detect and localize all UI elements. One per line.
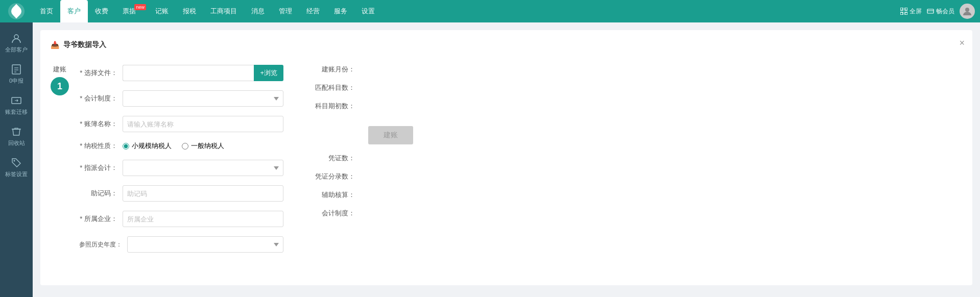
memo-label: 助记码： <box>79 189 117 198</box>
avatar[interactable] <box>960 4 975 19</box>
close-button[interactable]: × <box>959 38 965 48</box>
form-fields: * 选择文件： +浏览 * 会计制度： <box>79 65 283 262</box>
logo[interactable] <box>5 0 28 22</box>
voucher-entries-row: 凭证分录数： <box>314 172 467 181</box>
tax-option2-radio[interactable] <box>182 143 188 150</box>
svg-rect-8 <box>12 65 20 74</box>
accounting-system-row: * 会计制度： <box>79 90 283 107</box>
fullscreen-btn[interactable]: 全屏 <box>900 7 922 16</box>
file-input-group: +浏览 <box>123 65 283 81</box>
sidebar-item-account-migration[interactable]: 账套迁移 <box>0 90 33 121</box>
form-layout: 建账 1 * 选择文件： +浏览 <box>51 65 962 262</box>
vip-btn[interactable]: 畅会员 <box>927 7 954 16</box>
aux-accounting-label: 辅助核算： <box>314 190 355 200</box>
voucher-count-label: 凭证数： <box>314 154 355 163</box>
voucher-entries-label: 凭证分录数： <box>314 172 355 181</box>
nav-settings[interactable]: 设置 <box>354 0 382 22</box>
accounting-system2-row: 会计制度： <box>314 209 467 218</box>
tax-type-row: * 纳税性质： 小规模纳税人 一般纳税人 <box>79 141 283 151</box>
nav-service[interactable]: 服务 <box>327 0 354 22</box>
ledger-name-label: * 账簿名称： <box>79 119 117 129</box>
history-year-label: 参照历史年度： <box>79 240 122 249</box>
build-account-button[interactable]: 建账 <box>368 126 413 144</box>
content-area: 📥 导爷数据导入 × 建账 1 * 选择文件： <box>33 22 980 297</box>
sidebar-item-declaration[interactable]: 0申报 <box>0 59 33 90</box>
nav-invoice[interactable]: 票据 new <box>115 0 148 22</box>
nav-tax[interactable]: 报税 <box>176 0 203 22</box>
account-migration-icon <box>11 95 22 106</box>
dialog-title: 导爷数据导入 <box>63 40 106 50</box>
tax-type-radio-group: 小规模纳税人 一般纳税人 <box>123 141 283 151</box>
match-subjects-row: 匹配科目数： <box>314 83 467 92</box>
aux-accounting-row: 辅助核算： <box>314 190 467 200</box>
company-input[interactable] <box>123 211 283 227</box>
nav-home[interactable]: 首页 <box>33 0 60 22</box>
subject-init-row: 科目期初数： <box>314 102 467 111</box>
tax-type-label: * 纳税性质： <box>79 141 117 151</box>
file-label: * 选择文件： <box>79 68 117 78</box>
match-subjects-label: 匹配科目数： <box>314 83 355 92</box>
top-nav: 首页 客户 收费 票据 new 记账 报税 工商项目 消息 管理 经营 <box>0 0 980 22</box>
nav-items: 首页 客户 收费 票据 new 记账 报税 工商项目 消息 管理 经营 <box>33 0 900 22</box>
company-row: * 所属企业： <box>79 211 283 227</box>
sidebar-item-all-clients[interactable]: 全部客户 <box>0 28 33 59</box>
svg-rect-0 <box>900 8 903 10</box>
tax-option1-radio[interactable] <box>123 143 129 150</box>
dialog-card: 📥 导爷数据导入 × 建账 1 * 选择文件： <box>40 30 972 285</box>
svg-point-7 <box>14 35 18 39</box>
nav-customer[interactable]: 客户 <box>60 0 88 22</box>
tax-option2-text: 一般纳税人 <box>191 141 224 151</box>
fullscreen-icon <box>900 8 907 15</box>
history-year-row: 参照历史年度： <box>79 236 283 253</box>
browse-button[interactable]: +浏览 <box>254 65 283 81</box>
nav-finance[interactable]: 经营 <box>299 0 327 22</box>
step-badge: 1 <box>51 77 69 95</box>
svg-rect-2 <box>900 12 903 15</box>
nav-billing[interactable]: 收费 <box>88 0 115 22</box>
tax-option2-label[interactable]: 一般纳税人 <box>182 141 224 151</box>
tax-option1-label[interactable]: 小规模纳税人 <box>123 141 172 151</box>
accounting-system2-label: 会计制度： <box>314 209 355 218</box>
voucher-count-row: 凭证数： <box>314 154 467 163</box>
svg-rect-1 <box>905 8 907 10</box>
nav-message[interactable]: 消息 <box>244 0 272 22</box>
company-label: * 所属企业： <box>79 214 117 224</box>
dialog-title-icon: 📥 <box>51 41 59 49</box>
accountant-row: * 指派会计： <box>79 160 283 176</box>
accounting-system-select[interactable] <box>123 90 283 107</box>
recycle-icon <box>11 126 22 137</box>
declaration-icon <box>11 64 22 75</box>
form-right: 建账月份： 匹配科目数： 科目期初数： 建账 凭证 <box>314 65 467 262</box>
build-month-row: 建账月份： <box>314 65 467 74</box>
nav-right: 全屏 畅会员 <box>900 4 980 19</box>
file-row: * 选择文件： +浏览 <box>79 65 283 81</box>
ledger-name-input[interactable] <box>123 116 283 132</box>
sidebar: 全部客户 0申报 账套迁移 <box>0 22 33 297</box>
build-btn-container: 建账 <box>314 121 467 144</box>
file-text-input[interactable] <box>123 65 254 81</box>
vip-icon <box>927 8 934 15</box>
nav-ledger[interactable]: 记账 <box>148 0 176 22</box>
sidebar-item-tag-settings[interactable]: 标签设置 <box>0 152 33 183</box>
tax-option1-text: 小规模纳税人 <box>132 141 172 151</box>
tag-settings-icon <box>11 157 22 168</box>
main-layout: 全部客户 0申报 账套迁移 <box>0 22 980 297</box>
build-month-label: 建账月份： <box>314 65 355 74</box>
sidebar-item-recycle[interactable]: 回收站 <box>0 121 33 152</box>
subject-init-label: 科目期初数： <box>314 102 355 111</box>
history-year-select[interactable] <box>127 236 283 253</box>
svg-point-14 <box>14 160 15 162</box>
dialog-header: 📥 导爷数据导入 <box>51 40 962 50</box>
memo-input[interactable] <box>123 185 283 202</box>
nav-manage[interactable]: 管理 <box>272 0 299 22</box>
accountant-label: * 指派会计： <box>79 163 117 172</box>
all-clients-icon <box>11 33 22 44</box>
nav-business[interactable]: 工商项目 <box>203 0 244 22</box>
accountant-select[interactable] <box>123 160 283 176</box>
form-left: 建账 1 * 选择文件： +浏览 <box>51 65 283 262</box>
new-badge: new <box>134 4 146 10</box>
svg-rect-3 <box>905 12 907 15</box>
accounting-system-label: * 会计制度： <box>79 94 117 103</box>
svg-rect-4 <box>927 9 934 13</box>
ledger-name-row: * 账簿名称： <box>79 116 283 132</box>
